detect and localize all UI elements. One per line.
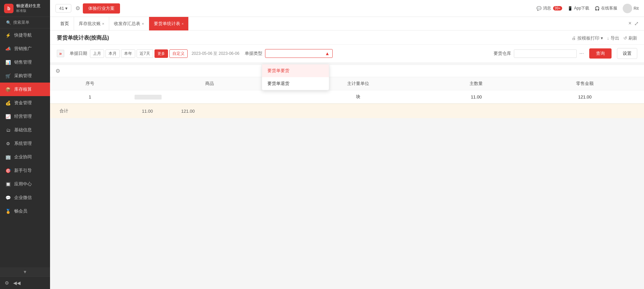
type-filter-input[interactable]: ▲ — [265, 49, 333, 58]
refresh-btn[interactable]: ↺ 刷新 — [623, 35, 637, 41]
sidebar: b 畅捷通好生意 标准版 🔍 搜索菜单 ⚡ 快捷导航 📣 营销推广 📊 销售管理… — [0, 0, 50, 289]
sidebar-item-basic[interactable]: 🗂 基础信息 — [0, 123, 50, 137]
sidebar-nav: ⚡ 快捷导航 📣 营销推广 📊 销售管理 🛒 采购管理 📦 库存核算 💰 资金管… — [0, 28, 50, 267]
sidebar-search[interactable]: 🔍 搜索菜单 — [0, 17, 50, 28]
sidebar-item-sales[interactable]: 📊 销售管理 — [0, 55, 50, 69]
system-icon: ⚙ — [5, 140, 11, 147]
table-settings-icon[interactable]: ⚙ — [55, 68, 60, 74]
sidebar-item-wechat[interactable]: 💬 企业微信 — [0, 191, 50, 204]
tab-batch-close[interactable]: × — [102, 22, 104, 26]
settings-btn[interactable]: 设置 — [617, 48, 637, 59]
sidebar-item-system[interactable]: ⚙ 系统管理 — [0, 137, 50, 150]
topbar-gear-icon[interactable]: ⚙ — [75, 5, 80, 12]
settings-footer-icon[interactable]: ⚙ — [5, 280, 9, 286]
sidebar-item-guide[interactable]: 🎯 新手引导 — [0, 164, 50, 177]
sidebar-item-operation[interactable]: 📈 经营管理 — [0, 110, 50, 123]
purchase-icon: 🛒 — [5, 72, 11, 79]
sidebar-item-purchase[interactable]: 🛒 采购管理 — [0, 69, 50, 83]
user-avatar[interactable]: Rit — [623, 4, 639, 13]
messages-icon: 💬 — [536, 6, 542, 11]
this-month-btn[interactable]: 本月 — [105, 49, 120, 58]
sidebar-item-marketing[interactable]: 📣 营销推广 — [0, 42, 50, 55]
tab-order-stats-close[interactable]: × — [182, 22, 184, 26]
filter-more-icon[interactable]: ··· — [579, 50, 584, 57]
refresh-icon: ↺ — [623, 36, 627, 41]
sidebar-item-enterprise[interactable]: 🏢 企业协同 — [0, 150, 50, 164]
company-selector[interactable]: 41 ▾ — [55, 4, 71, 13]
topbar: 41 ▾ ⚙ 体验行业方案 💬 消息 99+ 📱 App下载 🎧 在线客服 — [50, 0, 644, 17]
app-name-block: 畅捷通好生意 标准版 — [16, 3, 41, 14]
trial-btn[interactable]: 体验行业方案 — [83, 3, 120, 14]
tab-batch[interactable]: 库存批次账 × — [74, 17, 109, 30]
avatar-image — [623, 4, 632, 13]
headset-icon: 🎧 — [595, 6, 600, 11]
print-chevron-icon: ▾ — [601, 36, 603, 41]
sidebar-logo: b 畅捷通好生意 标准版 — [0, 0, 50, 17]
col-seq: 序号 — [50, 77, 130, 90]
page-content: 要货单统计表(按商品) 🖨 按模板打印 ▾ ↓ 导出 ↺ 刷新 » — [50, 30, 644, 289]
operation-icon: 📈 — [5, 113, 11, 120]
messages-btn[interactable]: 💬 消息 99+ — [536, 5, 562, 11]
cell-amount: 121.00 — [526, 90, 644, 104]
filter-expand-btn[interactable]: » — [57, 50, 64, 57]
filter-bar: » 单据日期 上月 本月 本年 近7天 更多 自定义 2023-05-06 至 … — [50, 44, 644, 62]
sidebar-scroll-down[interactable]: ▼ — [0, 267, 50, 276]
app-sub: 标准版 — [16, 8, 41, 13]
type-filter-arrow-icon: ▲ — [325, 51, 330, 56]
tab-home[interactable]: 首页 — [55, 17, 74, 30]
cell-unit: 块 — [289, 90, 427, 104]
this-year-btn[interactable]: 本年 — [121, 49, 135, 58]
tabs-expand-icon[interactable]: ⤢ — [634, 20, 639, 27]
custom-date-btn[interactable]: 自定义 — [169, 49, 188, 58]
sidebar-item-appstore[interactable]: 🔲 应用中心 — [0, 177, 50, 191]
export-btn[interactable]: ↓ 导出 — [607, 35, 620, 41]
sidebar-item-member[interactable]: 🏅 畅会员 — [0, 204, 50, 218]
dropdown-item-order-return[interactable]: 要货单退货 — [262, 77, 329, 90]
sidebar-item-inventory[interactable]: 📦 库存核算 — [0, 83, 50, 96]
more-date-btn[interactable]: 更多 — [154, 49, 168, 58]
page-header: 要货单统计表(按商品) 🖨 按模板打印 ▾ ↓ 导出 ↺ 刷新 — [50, 30, 644, 44]
sidebar-footer: ⚙ ◀◀ — [0, 276, 50, 289]
date-btns: 上月 本月 本年 近7天 更多 自定义 — [90, 49, 188, 58]
cell-qty: 11.00 — [427, 90, 526, 104]
enterprise-icon: 🏢 — [5, 154, 11, 160]
last7days-btn[interactable]: 近7天 — [137, 49, 153, 58]
warehouse-label: 要货仓库 — [494, 50, 511, 57]
table-header-row: 序号 商品 主计量单位 主数量 零售金额 — [50, 77, 644, 90]
total-amount: 121.00 — [168, 109, 208, 114]
tab-receivable-close[interactable]: × — [142, 22, 144, 26]
messages-badge: 99+ — [553, 6, 562, 10]
online-service-btn[interactable]: 🎧 在线客服 — [595, 5, 617, 11]
tab-receivable[interactable]: 收发存汇总表 × — [109, 17, 149, 30]
app-download-btn[interactable]: 📱 App下载 — [568, 5, 589, 11]
tab-order-stats[interactable]: 要货单统计表 × — [149, 17, 189, 30]
query-btn[interactable]: 查询 — [589, 48, 612, 59]
collapse-footer-icon[interactable]: ◀◀ — [13, 280, 21, 286]
appstore-icon: 🔲 — [5, 181, 11, 187]
sidebar-item-finance[interactable]: 💰 资金管理 — [0, 96, 50, 110]
cell-product — [130, 90, 289, 104]
marketing-icon: 📣 — [5, 45, 11, 52]
tabs-bar: 首页 库存批次账 × 收发存汇总表 × 要货单统计表 × × ⤢ — [50, 17, 644, 30]
page-title: 要货单统计表(按商品) — [57, 35, 109, 42]
dropdown-item-order-request[interactable]: 要货单要货 — [262, 64, 329, 77]
warehouse-input[interactable] — [514, 49, 577, 58]
date-filter-label: 单据日期 — [70, 50, 87, 57]
type-filter-group: 单据类型 ▲ 要货单要货 要货单退货 — [245, 49, 333, 58]
search-icon: 🔍 — [6, 20, 11, 25]
app-logo-icon: b — [4, 4, 14, 13]
sidebar-item-shortcut[interactable]: ⚡ 快捷导航 — [0, 28, 50, 42]
shortcut-icon: ⚡ — [5, 32, 11, 39]
prev-month-btn[interactable]: 上月 — [90, 49, 104, 58]
table-row: 1 块 11.00 121.00 — [50, 90, 644, 104]
print-btn[interactable]: 🖨 按模板打印 ▾ — [572, 35, 603, 41]
tabs-close-all-icon[interactable]: × — [628, 20, 631, 27]
date-filter-group: 单据日期 上月 本月 本年 近7天 更多 自定义 2023-05-06 至 20… — [70, 49, 239, 58]
product-placeholder — [135, 95, 162, 99]
type-dropdown: 要货单要货 要货单退货 — [262, 64, 329, 90]
cell-seq: 1 — [50, 90, 130, 104]
phone-icon: 📱 — [568, 6, 573, 11]
wechat-icon: 💬 — [5, 194, 11, 201]
warehouse-filter-group: 要货仓库 ··· — [494, 49, 584, 58]
data-table: 序号 商品 主计量单位 主数量 零售金额 1 块 11.00 — [50, 77, 644, 104]
